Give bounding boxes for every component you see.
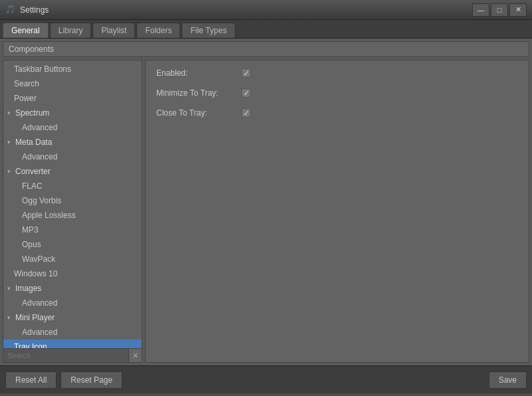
tree-item-spectrum[interactable]: ▾Spectrum — [3, 106, 142, 120]
bottom-bar: Reset All Reset Page Save — [0, 365, 532, 393]
tree-item-power[interactable]: Power — [3, 91, 142, 106]
tree-item-converter[interactable]: ▾Converter — [3, 164, 142, 179]
chevron-icon: ▾ — [7, 107, 14, 119]
search-clear-button[interactable]: ✕ — [128, 349, 142, 362]
window-controls: — □ ✕ — [472, 3, 527, 17]
right-panel: Enabled: Minimize To Tray: Close To Tray… — [145, 60, 529, 363]
tree-item-taskbar-buttons[interactable]: Taskbar Buttons — [3, 62, 142, 76]
tree-list: Taskbar Buttons Search Power ▾Spectrum A… — [3, 60, 142, 348]
setting-label-minimize-tray: Minimize To Tray: — [156, 88, 236, 98]
setting-row-enabled: Enabled: — [156, 68, 518, 78]
tree-item-images[interactable]: ▾Images — [3, 281, 142, 296]
tree-item-windows10[interactable]: Windows 10 — [3, 266, 142, 281]
close-button[interactable]: ✕ — [509, 3, 527, 17]
setting-label-close-tray: Close To Tray: — [156, 108, 236, 118]
chevron-icon: ▾ — [7, 282, 14, 294]
tab-general[interactable]: General — [3, 23, 49, 38]
left-panel: Taskbar Buttons Search Power ▾Spectrum A… — [3, 60, 142, 363]
search-input[interactable] — [3, 349, 128, 362]
setting-row-close-tray: Close To Tray: — [156, 108, 518, 118]
reset-all-button[interactable]: Reset All — [5, 371, 57, 389]
tree-item-images-advanced[interactable]: Advanced — [3, 296, 142, 310]
title-bar: 🎵 Settings — □ ✕ — [0, 0, 532, 20]
tab-file-types[interactable]: File Types — [182, 23, 235, 38]
setting-label-enabled: Enabled: — [156, 68, 236, 78]
checkbox-close-tray[interactable] — [241, 108, 251, 118]
tree-item-mini-player-advanced[interactable]: Advanced — [3, 325, 142, 340]
main-content: Components Taskbar Buttons Search Power … — [0, 39, 532, 365]
reset-page-button[interactable]: Reset Page — [61, 371, 122, 389]
search-bar: ✕ — [3, 348, 142, 362]
tab-folders[interactable]: Folders — [136, 23, 180, 38]
content-area: Taskbar Buttons Search Power ▾Spectrum A… — [0, 60, 532, 365]
maximize-button[interactable]: □ — [491, 3, 508, 17]
checkbox-minimize-tray[interactable] — [241, 88, 251, 98]
tree-item-mini-player[interactable]: ▾Mini Player — [3, 310, 142, 325]
tree-item-ogg-vorbis[interactable]: Ogg Vorbis — [3, 193, 142, 208]
components-header: Components — [3, 41, 529, 57]
tree-item-opus[interactable]: Opus — [3, 237, 142, 252]
chevron-icon: ▾ — [7, 312, 14, 324]
tree-item-spectrum-advanced[interactable]: Advanced — [3, 120, 142, 135]
checkbox-enabled[interactable] — [241, 68, 251, 78]
chevron-icon: ▾ — [7, 136, 14, 148]
setting-row-minimize-tray: Minimize To Tray: — [156, 88, 518, 98]
tree-item-search[interactable]: Search — [3, 76, 142, 91]
tab-library[interactable]: Library — [50, 23, 92, 38]
window-title: Settings — [20, 5, 468, 15]
tree-item-apple-lossless[interactable]: Apple Lossless — [3, 208, 142, 223]
app-icon: 🎵 — [5, 5, 16, 15]
tree-item-wavpack[interactable]: WavPack — [3, 252, 142, 266]
tab-bar: General Library Playlist Folders File Ty… — [0, 20, 532, 39]
tree-item-mp3[interactable]: MP3 — [3, 223, 142, 237]
tree-item-metadata[interactable]: ▾Meta Data — [3, 135, 142, 149]
minimize-button[interactable]: — — [472, 3, 489, 17]
tab-playlist[interactable]: Playlist — [92, 23, 135, 38]
tree-item-tray-icon[interactable]: Tray Icon — [3, 340, 142, 348]
save-button[interactable]: Save — [489, 371, 527, 389]
tree-item-flac[interactable]: FLAC — [3, 179, 142, 193]
tree-item-metadata-advanced[interactable]: Advanced — [3, 149, 142, 164]
chevron-icon: ▾ — [7, 165, 14, 177]
